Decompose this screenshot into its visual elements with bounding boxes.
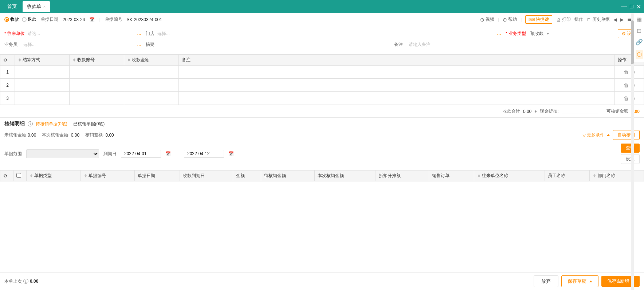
row-delete-3[interactable]: 🗑 — [624, 95, 629, 101]
radio-receipt[interactable]: 收款 — [4, 16, 19, 23]
bottom-table-header: ⚙ 单据类型 — [0, 171, 644, 181]
date-to-input[interactable] — [184, 150, 224, 158]
available-label: 可核销金额 — [606, 108, 628, 114]
bottom-select-all[interactable] — [16, 173, 21, 178]
window-min-icon[interactable]: — — [621, 3, 627, 10]
row-action-2: 🗑 ⊕ — [615, 79, 644, 92]
row-amount-2[interactable] — [124, 79, 179, 92]
nav-next-btn[interactable]: ▶ — [620, 17, 624, 22]
main-content: 收款 退款 单据日期 2023-03-24 📅 | 单据编号 SK-202303… — [0, 13, 644, 290]
staff-field: 业务员 ··· — [4, 41, 143, 48]
settings2-btn[interactable]: 设置 — [621, 154, 640, 164]
query-btn[interactable]: 查询 — [621, 144, 640, 153]
nav-tab-home[interactable]: 首页 — [3, 1, 21, 12]
row-delete-1[interactable]: 🗑 — [624, 69, 629, 75]
sort-amount[interactable] — [128, 58, 130, 62]
radio-refund[interactable]: 退款 — [22, 16, 36, 23]
discount-input[interactable] — [562, 109, 598, 114]
nav-tab-receipt[interactable]: 收款单 × — [23, 1, 50, 12]
abandon-btn[interactable]: 放弃 — [534, 275, 558, 287]
shortcut-btn[interactable]: ⌨ 快捷键 — [525, 15, 552, 24]
counterpart-ellipsis[interactable]: ··· — [136, 31, 143, 37]
calendar-icon-to[interactable]: 📅 — [228, 151, 234, 156]
filter-chevron — [607, 134, 610, 136]
sidebar-icon-list[interactable]: ⊟ — [637, 27, 641, 34]
draft-btn[interactable]: 保存草稿 — [561, 275, 598, 287]
sort-account[interactable] — [73, 58, 75, 62]
bottom-bar: 本单上次 ℹ 0.00 放弃 保存草稿 保存&新增 — [0, 272, 644, 290]
history-btn[interactable]: 🗒 历史单据 — [587, 16, 610, 23]
video-btn[interactable]: ⊙ 视频 — [480, 16, 494, 23]
calendar-icon[interactable]: 📅 — [89, 17, 95, 22]
window-close-icon[interactable]: ✕ — [636, 3, 641, 10]
bottom-col-date: 单据日期 — [135, 171, 180, 181]
row-remark-3[interactable] — [179, 92, 615, 105]
sort-settlement[interactable] — [19, 58, 21, 62]
scroll-thumb[interactable] — [631, 20, 634, 64]
hx-title: 核销明细 — [4, 121, 25, 127]
row-settlement-1[interactable] — [15, 66, 70, 79]
summary-field: 摘要 — [146, 41, 391, 48]
window-controls: — □ ✕ — [621, 3, 641, 10]
row-action-1: 🗑 ⊕ — [615, 66, 644, 79]
row-remark-1[interactable] — [179, 66, 615, 79]
auto-hx-btn[interactable]: 自动核销 — [613, 130, 640, 140]
sidebar-icon-expand[interactable]: ⬡ — [636, 50, 643, 59]
bottom-col-settings[interactable]: ⚙ — [0, 171, 13, 181]
shortcut-icon: ⌨ — [529, 17, 535, 22]
store-ellipsis[interactable]: ··· — [495, 31, 503, 37]
counterpart-input[interactable] — [26, 30, 134, 37]
row-amount-3[interactable] — [124, 92, 179, 105]
save-new-btn[interactable]: 保存&新增 — [601, 276, 640, 287]
row-settlement-3[interactable] — [15, 92, 70, 105]
hx-done-tab[interactable]: 已核销单据(0笔) — [73, 121, 105, 127]
summary-input[interactable] — [159, 41, 391, 48]
bottom-bar-right: 放弃 保存草稿 保存&新增 — [534, 275, 640, 287]
print-btn[interactable]: 🖨 打印 — [556, 16, 571, 23]
help-btn[interactable]: ⊙ 帮助 — [503, 16, 517, 23]
hx-unchecked: 未核销金额 0.00 — [4, 132, 36, 138]
bottom-info-icon[interactable]: ℹ — [23, 279, 28, 284]
col-account-header: 收款账号 — [70, 55, 124, 66]
more-filter-btn[interactable]: ▽ 更多条件 — [582, 132, 610, 138]
row-delete-2[interactable]: 🗑 — [624, 82, 629, 88]
settings-icon: ⚙ — [622, 31, 626, 36]
hx-section: 核销明细 ℹ 待核销单据(0笔) 已核销单据(0笔) 未核销金额 0.00 本次… — [0, 118, 644, 170]
hx-pending-tab[interactable]: 待核销单据(0笔) — [36, 121, 67, 127]
row-amount-1[interactable] — [124, 66, 179, 79]
range-select[interactable] — [26, 149, 99, 158]
row-settlement-2[interactable] — [15, 79, 70, 92]
hx-title-row: 核销明细 ℹ 待核销单据(0笔) 已核销单据(0笔) — [4, 121, 640, 127]
window-max-icon[interactable]: □ — [630, 3, 633, 10]
bottom-col-dept: 部门名称 — [590, 171, 644, 181]
col-settings-btn[interactable]: ⚙ — [0, 55, 15, 66]
row-account-1[interactable] — [70, 66, 124, 79]
bottom-col-due-date: 收款到期日 — [180, 171, 233, 181]
bottom-col-type: 单据类型 — [27, 171, 81, 181]
scrollbar[interactable] — [631, 13, 634, 290]
nav-prev-btn[interactable]: ◀ — [613, 17, 617, 22]
receipt-type-group: 收款 退款 — [4, 16, 36, 23]
staff-input[interactable] — [22, 41, 134, 48]
history-icon: 🗒 — [587, 17, 591, 22]
row-num-2: 2 — [0, 79, 15, 92]
biz-type-chevron[interactable] — [546, 33, 549, 35]
biz-type-value: 预收款 — [530, 31, 543, 37]
staff-ellipsis[interactable]: ··· — [136, 42, 143, 48]
row-account-2[interactable] — [70, 79, 124, 92]
receipt-table: ⚙ 结算方式 收款账号 — [0, 54, 644, 105]
nav-tab-close[interactable]: × — [43, 4, 46, 9]
hx-info-icon[interactable]: ℹ — [28, 121, 33, 126]
row-account-3[interactable] — [70, 92, 124, 105]
calendar-icon-from[interactable]: 📅 — [165, 151, 171, 156]
row-remark-2[interactable] — [179, 79, 615, 92]
remark-input[interactable] — [407, 41, 640, 48]
date-from-input[interactable] — [121, 150, 161, 158]
sidebar-icon-link[interactable]: 🔗 — [636, 39, 643, 46]
ops-btn[interactable]: 操作 — [574, 16, 583, 23]
sidebar-icon-table[interactable]: ▦ — [636, 16, 642, 23]
hx-current: 本次核销金额: 0.00 — [42, 132, 79, 138]
store-input[interactable] — [156, 30, 494, 37]
receipt-table-container: ⚙ 结算方式 收款账号 — [0, 54, 644, 105]
hx-filter-row: 单据范围 到期日 📅 — 📅 查询 设置 — [4, 144, 640, 164]
